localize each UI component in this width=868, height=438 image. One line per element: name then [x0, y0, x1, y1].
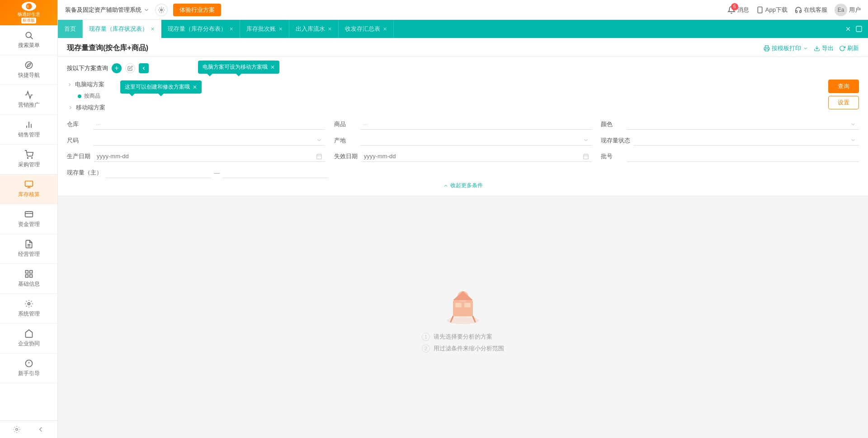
size-select[interactable]	[93, 135, 325, 146]
tab-batch-ledger-close[interactable]: ✕	[278, 26, 283, 32]
calendar-icon2[interactable]	[583, 153, 589, 160]
warehouse-select[interactable]: ···	[93, 119, 325, 130]
svg-rect-16	[25, 271, 28, 273]
phone-icon	[756, 6, 764, 14]
sidebar-item-guide[interactable]: 新手引导	[0, 353, 57, 383]
range-sep: —	[214, 170, 220, 176]
tab-inout-flow[interactable]: 出入库流水 ✕	[289, 20, 339, 38]
close-all-icon[interactable]	[844, 25, 852, 33]
sidebar-item-operations[interactable]: 经营管理	[0, 234, 57, 264]
sidebar-item-marketing[interactable]: 营销推广	[0, 85, 57, 115]
filter-row-2: 尺码 产地 现存量状态	[67, 135, 859, 146]
stock-main-max[interactable]	[222, 167, 328, 178]
tooltip1-close-btn[interactable]: ✕	[270, 64, 275, 71]
maximize-icon[interactable]	[855, 25, 863, 33]
color-select[interactable]	[627, 119, 859, 130]
refresh-btn[interactable]: 刷新	[839, 44, 859, 52]
app-download-action[interactable]: App下载	[756, 6, 788, 14]
mobile-scheme-item[interactable]: 移动端方案	[67, 102, 859, 113]
sidebar: 6 畅通好生意 标准版 搜索菜单 快捷导航 营销推广 销售管理 采购管理 库存核…	[0, 0, 58, 438]
collapse-label: 收起更多条件	[450, 182, 483, 189]
tab-home[interactable]: 首页	[58, 20, 83, 38]
stock-status-select[interactable]	[634, 135, 859, 146]
experience-btn[interactable]: 体验行业方案	[173, 4, 221, 16]
sidebar-item-search[interactable]: 搜索菜单	[0, 25, 57, 55]
sidebar-item-purchase[interactable]: 采购管理	[0, 145, 57, 174]
sidebar-item-assets-label: 资金管理	[18, 221, 40, 228]
collapse-bar[interactable]: 收起更多条件	[67, 178, 859, 189]
page-header: 现存量查询(按仓库+商品) 按模板打印 导出 刷新	[58, 38, 868, 57]
tab-inventory-dist-close[interactable]: ✕	[229, 26, 233, 32]
stock-main-min[interactable]	[106, 167, 211, 178]
sidebar-item-system[interactable]: 系统管理	[0, 294, 57, 324]
stock-main-field: 现存量（主） —	[67, 167, 328, 178]
notification-label: 消息	[737, 6, 749, 14]
stock-main-label: 现存量（主）	[67, 169, 102, 177]
user-action[interactable]: Ea 用户	[835, 4, 861, 16]
logo-text: 畅通好生意	[18, 12, 40, 17]
sidebar-item-guide-label: 新手引导	[18, 370, 40, 377]
tooltip2-close-btn[interactable]: ✕	[193, 84, 197, 90]
svg-point-2	[26, 32, 31, 38]
tab-receive-summary[interactable]: 收发存汇总表 ✕	[339, 20, 394, 38]
chevron-down-origin	[583, 137, 589, 143]
template-print-btn[interactable]: 按模板打印	[764, 44, 808, 52]
warehouse-field: 仓库 ···	[67, 119, 325, 130]
scheme-arrow-btn[interactable]	[139, 63, 149, 73]
sidebar-bottom	[0, 420, 57, 438]
filter-header: 按以下方案查询 +	[67, 63, 859, 73]
sidebar-item-inventory[interactable]: 库存核算	[0, 174, 57, 204]
product-dots: ···	[363, 121, 368, 127]
warehouse-label: 仓库	[67, 120, 90, 128]
tab-inventory-status[interactable]: 现存量（库存状况表） ✕	[83, 20, 161, 38]
pc-scheme-label: 电脑端方案	[75, 80, 104, 89]
batch-no-input[interactable]	[627, 151, 859, 162]
system-selector[interactable]: 装备及固定资产辅助管理系统	[65, 6, 150, 14]
notification-action[interactable]: 6 消息	[727, 6, 749, 14]
settings-icon[interactable]	[13, 425, 21, 433]
expire-date-input[interactable]	[364, 153, 581, 160]
svg-point-20	[28, 303, 30, 305]
sidebar-item-sales[interactable]: 销售管理	[0, 115, 57, 145]
avatar-text: Ea	[838, 7, 844, 13]
export-btn[interactable]: 导出	[814, 44, 834, 52]
settings-button[interactable]	[155, 4, 168, 16]
tab-receive-summary-close[interactable]: ✕	[383, 26, 387, 32]
tab-inventory-dist[interactable]: 现存量（库存分布表） ✕	[161, 20, 240, 38]
tab-batch-ledger[interactable]: 库存批次账 ✕	[240, 20, 289, 38]
online-service-action[interactable]: 在线客服	[795, 6, 827, 14]
edit-icon	[127, 66, 133, 71]
stock-status-label: 现存量状态	[601, 137, 630, 145]
reset-btn[interactable]: 设置	[828, 96, 859, 109]
svg-rect-43	[455, 303, 462, 307]
empty-state: 1 请先选择要分析的方案 2 用过滤条件来缩小分析范围	[422, 282, 504, 353]
svg-rect-30	[856, 26, 862, 32]
calendar-icon[interactable]	[316, 153, 322, 160]
collapse-icon[interactable]	[37, 425, 45, 433]
tooltip-scheme-mobile: 电脑方案可设为移动方案哦 ✕	[198, 61, 279, 74]
sidebar-item-enterprise[interactable]: 企业协同	[0, 324, 57, 353]
sidebar-item-basic[interactable]: 基础信息	[0, 264, 57, 294]
sidebar-item-assets[interactable]: 资金管理	[0, 204, 57, 234]
origin-select[interactable]	[360, 135, 592, 146]
empty-steps: 1 请先选择要分析的方案 2 用过滤条件来缩小分析范围	[422, 333, 504, 353]
sidebar-item-sales-label: 销售管理	[18, 131, 40, 139]
edit-scheme-btn[interactable]	[125, 63, 135, 73]
chevron-down-icon	[143, 7, 150, 13]
sidebar-item-search-label: 搜索菜单	[18, 42, 40, 49]
svg-rect-18	[29, 275, 32, 278]
produce-date-input[interactable]	[97, 153, 314, 160]
logo-badge: 标准版	[21, 18, 36, 24]
query-btn[interactable]: 查询	[828, 80, 859, 93]
sidebar-item-quick-nav[interactable]: 快捷导航	[0, 55, 57, 85]
tab-inout-flow-close[interactable]: ✕	[328, 26, 332, 32]
tab-inventory-status-close[interactable]: ✕	[151, 26, 155, 32]
filter-row-3: 生产日期 失效日期 批号	[67, 151, 859, 162]
action-buttons: 查询 设置	[828, 80, 859, 109]
tab-batch-ledger-label: 库存批次账	[246, 25, 276, 33]
product-select[interactable]: ···	[360, 119, 592, 130]
tabbar-controls	[839, 20, 868, 38]
add-scheme-btn[interactable]: +	[112, 63, 122, 73]
svg-rect-31	[765, 49, 769, 51]
chevron-right-icon	[67, 82, 72, 87]
